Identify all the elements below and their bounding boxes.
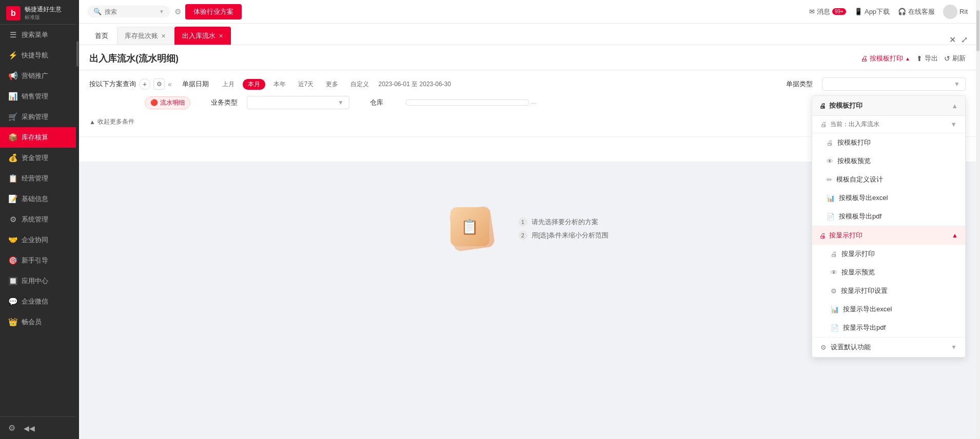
date-btn-last-month[interactable]: 上月 <box>218 79 239 90</box>
app-name: 畅捷通好生意 标准版 <box>25 5 62 21</box>
online-service-button[interactable]: 🎧 在线客服 <box>898 7 935 16</box>
marketing-icon: 📢 <box>8 71 17 81</box>
filter-tag-detail[interactable]: 🔴 流水明细 <box>145 96 190 109</box>
empty-step-2: 2 用[选]条件来缩小分析范围 <box>518 231 609 240</box>
date-btn-this-year[interactable]: 本年 <box>269 79 290 90</box>
step-1-number: 1 <box>518 217 527 227</box>
system-icon: ⚙ <box>8 215 17 224</box>
date-btn-more[interactable]: 更多 <box>322 79 342 90</box>
tabs-bar: 首页 库存批次账 ✕ 出入库流水 ✕ ✕ ⤢ <box>79 24 976 45</box>
dropdown-close-chevron-icon[interactable]: ▲ <box>951 102 958 110</box>
sidebar-item-guide[interactable]: 🎯 新手引导 <box>0 250 76 271</box>
warehouse-field[interactable] <box>406 99 529 106</box>
doc-type-select[interactable]: ▼ <box>822 77 966 91</box>
dropdown-item-display-pdf[interactable]: 📄 按显示导出pdf <box>812 318 965 337</box>
window-close-icon[interactable]: ✕ <box>949 35 956 45</box>
sidebar-item-marketing[interactable]: 📢 营销推广 <box>0 66 76 86</box>
display-settings-icon: ⚙ <box>831 287 837 295</box>
filter-add-button[interactable]: + <box>139 78 150 90</box>
dropdown-item-template-excel[interactable]: 📊 按模板导出excel <box>812 189 965 207</box>
guide-icon: 🎯 <box>8 256 17 265</box>
template-excel-icon: 📊 <box>827 194 835 202</box>
date-btn-custom[interactable]: 自定义 <box>346 79 373 90</box>
app-download-button[interactable]: 📱 App下载 <box>854 7 890 16</box>
display-group-chevron-icon[interactable]: ▲ <box>952 232 958 239</box>
search-box[interactable]: 🔍 ▼ <box>87 6 170 17</box>
dropdown-current: 🖨 当前：出入库流水 ▼ <box>812 116 965 133</box>
empty-step-1: 1 请先选择要分析的方案 <box>518 217 609 227</box>
filter-tag-icon: 🔴 <box>150 99 158 106</box>
dropdown-item-template-preview[interactable]: 👁 按模板预览 <box>812 152 965 170</box>
tab-flow[interactable]: 出入库流水 ✕ <box>174 27 231 45</box>
sidebar-item-wechat[interactable]: 💬 企业微信 <box>0 291 76 312</box>
date-btn-this-month[interactable]: 本月 <box>243 79 265 90</box>
sidebar-item-member[interactable]: 👑 畅会员 <box>0 312 76 332</box>
search-input[interactable] <box>105 8 156 15</box>
sidebar-item-sales[interactable]: 📊 销售管理 <box>0 86 76 107</box>
search-dropdown-icon[interactable]: ▼ <box>159 9 164 14</box>
finance-icon: 💰 <box>8 153 17 163</box>
dropdown-item-display-preview[interactable]: 👁 按显示预览 <box>812 263 965 282</box>
dropdown-item-display-settings[interactable]: ⚙ 按显示打印设置 <box>812 282 965 300</box>
tab-batch[interactable]: 库存批次账 ✕ <box>117 27 173 45</box>
printer-icon: 🖨 <box>860 54 868 63</box>
tab-batch-close-icon[interactable]: ✕ <box>161 33 166 39</box>
trial-button[interactable]: 体验行业方案 <box>185 4 242 19</box>
template-print-icon: 🖨 <box>827 139 833 147</box>
export-button[interactable]: ⬆ 导出 <box>916 54 938 63</box>
template-preview-icon: 👁 <box>827 157 833 165</box>
filter-tags: 🔴 流水明细 <box>89 96 190 109</box>
footer-chevron-icon: ▼ <box>951 344 957 351</box>
window-expand-icon[interactable]: ⤢ <box>961 35 968 45</box>
print-template-button[interactable]: 🖨 按模板打印 ▲ <box>860 54 910 63</box>
basic-icon: 📝 <box>8 194 17 204</box>
topbar-gear-icon[interactable]: ⚙ <box>174 7 181 16</box>
top-bar-right: ✉ 消息 99+ 📱 App下载 🎧 在线客服 Rit <box>809 5 968 19</box>
page-header: 出入库流水(流水明细) 🖨 按模板打印 ▲ ⬆ 导出 ↺ 刷新 <box>79 45 976 70</box>
tab-home[interactable]: 首页 <box>87 27 116 45</box>
search-menu-icon: ☰ <box>8 30 17 39</box>
dropdown-display-group-header[interactable]: 🖨 按显示打印 ▲ <box>812 226 965 245</box>
dropdown-item-template-print[interactable]: 🖨 按模板打印 <box>812 133 965 152</box>
tab-flow-close-icon[interactable]: ✕ <box>219 33 223 39</box>
message-button[interactable]: ✉ 消息 99+ <box>809 7 846 16</box>
settings-icon[interactable]: ⚙ <box>8 423 15 433</box>
footer-settings-icon: ⚙ <box>820 344 827 351</box>
step-2-number: 2 <box>518 231 527 240</box>
empty-icon-wrapper: 📋 <box>446 203 498 254</box>
sidebar-item-inventory[interactable]: 📦 库存核算 <box>0 127 76 148</box>
wechat-icon: 💬 <box>8 297 17 306</box>
date-btn-7days[interactable]: 近7天 <box>294 79 318 90</box>
warehouse-more-icon[interactable]: ··· <box>531 99 537 107</box>
phone-icon: 📱 <box>854 8 863 15</box>
top-bar-left: 🔍 ▼ ⚙ 体验行业方案 <box>87 4 804 19</box>
sidebar-item-operations[interactable]: 📋 经营管理 <box>0 168 76 189</box>
empty-steps: 1 请先选择要分析的方案 2 用[选]条件来缩小分析范围 <box>518 217 609 240</box>
right-scrollbar <box>976 0 980 439</box>
collapse-sidebar-icon[interactable]: ◀◀ <box>24 424 35 432</box>
print-chevron-up-icon[interactable]: ▲ <box>905 56 910 62</box>
page-title: 出入库流水(流水明细) <box>89 52 179 65</box>
sidebar-item-purchase[interactable]: 🛒 采购管理 <box>0 107 76 127</box>
dropdown-footer-settings[interactable]: ⚙ 设置默认功能 ▼ <box>812 337 965 357</box>
filter-left-collapse-icon[interactable]: « <box>168 80 172 88</box>
dropdown-item-display-print[interactable]: 🖨 按显示打印 <box>812 245 965 263</box>
biz-type-select[interactable]: ▼ <box>247 96 349 109</box>
dropdown-item-display-excel[interactable]: 📊 按显示导出excel <box>812 300 965 318</box>
collapse-chevron-icon: ▲ <box>89 118 95 126</box>
current-chevron-icon[interactable]: ▼ <box>950 121 957 128</box>
sidebar-item-basic[interactable]: 📝 基础信息 <box>0 189 76 209</box>
sidebar-item-apps[interactable]: 🔲 应用中心 <box>0 271 76 291</box>
sidebar-item-finance[interactable]: 💰 资金管理 <box>0 148 76 168</box>
user-avatar[interactable]: Rit <box>943 5 968 19</box>
headset-icon: 🎧 <box>898 8 906 15</box>
refresh-button[interactable]: ↺ 刷新 <box>944 54 966 63</box>
dropdown-item-template-pdf[interactable]: 📄 按模板导出pdf <box>812 207 965 226</box>
dropdown-item-template-design[interactable]: ✏ 模板自定义设计 <box>812 170 965 189</box>
sidebar-item-quick-nav[interactable]: ⚡ 快捷导航 <box>0 45 76 66</box>
sidebar-item-search[interactable]: ☰ 搜索菜单 <box>0 25 76 45</box>
sidebar-item-system[interactable]: ⚙ 系统管理 <box>0 209 76 230</box>
filter-biztype-section: 业务类型 ▼ <box>211 96 349 109</box>
sidebar-item-collab[interactable]: 🤝 企业协同 <box>0 230 76 250</box>
filter-settings-button[interactable]: ⚙ <box>153 78 165 90</box>
